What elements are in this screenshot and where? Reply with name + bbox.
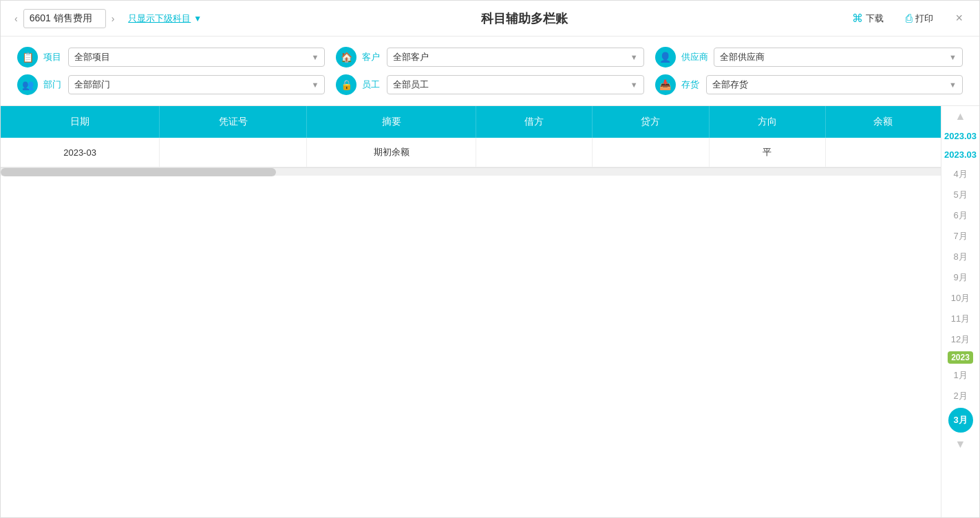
col-header-summary: 摘要 [307, 106, 476, 138]
project-icon-wrap: 📋 [17, 47, 38, 68]
table-cell [160, 138, 307, 167]
main-window: ‹ 6601 销售费用 › 只显示下级科目 ▼ 科目辅助多栏账 ⌘ 下载 ⎙ 打… [0, 0, 980, 518]
inventory-select[interactable]: 全部存货 ▼ [706, 75, 963, 94]
department-icon-wrap: 👥 [17, 74, 38, 95]
month-range-start[interactable]: 2023.03 [941, 127, 979, 145]
col-header-voucher: 凭证号 [160, 106, 307, 138]
filter-bar: 📋 项目 全部项目 ▼ 🏠 客户 全部客户 ▼ 👤 供应商 全部供 [1, 37, 979, 106]
print-icon: ⎙ [906, 12, 913, 25]
col-header-credit: 贷方 [593, 106, 709, 138]
project-icon: 📋 [22, 52, 34, 63]
month-item-9[interactable]: 9月 [941, 267, 979, 288]
employee-label: 员工 [362, 79, 381, 91]
month-range-end[interactable]: 2023.03 [941, 145, 979, 164]
account-code-display: 6601 销售费用 [23, 9, 106, 28]
employee-select[interactable]: 全部员工 ▼ [387, 75, 643, 94]
customer-select-arrow-icon: ▼ [630, 53, 638, 61]
department-select-value: 全部部门 [74, 79, 110, 91]
supplier-label: 供应商 [681, 51, 708, 63]
show-sub-toggle[interactable]: 只显示下级科目 ▼ [128, 12, 202, 25]
filter-supplier: 👤 供应商 全部供应商 ▼ [650, 43, 968, 71]
account-navigation: ‹ 6601 销售费用 › [12, 9, 117, 28]
inventory-label: 存货 [681, 79, 701, 91]
supplier-icon: 👤 [659, 52, 671, 63]
employee-icon-wrap: 🔒 [336, 74, 356, 95]
month-item-6[interactable]: 6月 [941, 205, 979, 226]
download-button[interactable]: ⌘ 下载 [846, 9, 889, 28]
month-item-1[interactable]: 1月 [941, 365, 979, 386]
month-item-12[interactable]: 12月 [941, 329, 979, 350]
table-cell [593, 138, 709, 167]
table-area[interactable]: 日期 凭证号 摘要 借方 贷方 方向 余额 2023-03期初余额平 [1, 106, 941, 517]
sidebar-down-arrow[interactable]: ▼ [941, 434, 979, 455]
customer-select[interactable]: 全部客户 ▼ [387, 48, 643, 67]
top-bar: ‹ 6601 销售费用 › 只显示下级科目 ▼ 科目辅助多栏账 ⌘ 下载 ⎙ 打… [1, 1, 979, 37]
next-account-button[interactable]: › [109, 12, 118, 25]
table-row[interactable]: 2023-03期初余额平 [1, 138, 941, 167]
table-cell: 期初余额 [307, 138, 476, 167]
print-button[interactable]: ⎙ 打印 [900, 10, 939, 28]
employee-icon: 🔒 [341, 79, 352, 90]
filter-department: 👥 部门 全部部门 ▼ [12, 71, 330, 99]
table-header-row: 日期 凭证号 摘要 借方 贷方 方向 余额 [1, 106, 941, 138]
filter-project: 📋 项目 全部项目 ▼ [12, 43, 330, 71]
table-cell [825, 138, 941, 167]
month-item-10[interactable]: 10月 [941, 288, 979, 309]
horizontal-scrollbar[interactable] [1, 167, 941, 176]
month-item-2[interactable]: 2月 [941, 386, 979, 406]
top-actions: ⌘ 下载 ⎙ 打印 × [846, 8, 968, 28]
month-item-4[interactable]: 4月 [941, 164, 979, 185]
table-cell: 2023-03 [1, 138, 160, 167]
inventory-icon: 📥 [659, 79, 671, 90]
table-cell: 平 [709, 138, 825, 167]
employee-select-arrow-icon: ▼ [630, 81, 638, 89]
project-select-value: 全部项目 [74, 51, 110, 63]
filter-employee: 🔒 员工 全部员工 ▼ [330, 71, 649, 99]
main-area: 日期 凭证号 摘要 借方 贷方 方向 余额 2023-03期初余额平 [1, 106, 979, 517]
department-select-arrow-icon: ▼ [311, 81, 319, 89]
inventory-select-value: 全部存货 [712, 79, 748, 91]
download-label: 下载 [866, 12, 884, 25]
month-item-11[interactable]: 11月 [941, 309, 979, 329]
month-sidebar-inner: ▲ 2023.03 2023.03 4月 5月 6月 7月 8月 9月 10月 … [941, 106, 979, 455]
department-label: 部门 [43, 79, 63, 91]
customer-icon-wrap: 🏠 [336, 47, 356, 68]
project-select[interactable]: 全部项目 ▼ [68, 48, 325, 67]
customer-icon: 🏠 [341, 52, 352, 63]
col-header-direction: 方向 [709, 106, 825, 138]
inventory-icon-wrap: 📥 [655, 74, 676, 95]
table-body: 2023-03期初余额平 [1, 138, 941, 167]
department-select[interactable]: 全部部门 ▼ [68, 75, 325, 94]
print-label: 打印 [915, 12, 933, 25]
col-header-date: 日期 [1, 106, 160, 138]
horizontal-scrollbar-thumb[interactable] [1, 168, 276, 176]
prev-account-button[interactable]: ‹ [12, 12, 21, 25]
supplier-select-arrow-icon: ▼ [949, 53, 957, 61]
table-cell [476, 138, 593, 167]
supplier-icon-wrap: 👤 [655, 47, 676, 68]
close-button[interactable]: × [950, 8, 968, 28]
filter-inventory: 📥 存货 全部存货 ▼ [650, 71, 968, 99]
show-sub-arrow-icon: ▼ [193, 14, 202, 23]
show-sub-label: 只显示下级科目 [128, 12, 191, 25]
month-sidebar: ▲ 2023.03 2023.03 4月 5月 6月 7月 8月 9月 10月 … [941, 106, 979, 517]
month-item-7[interactable]: 7月 [941, 226, 979, 247]
sidebar-up-arrow[interactable]: ▲ [941, 106, 979, 127]
supplier-select[interactable]: 全部供应商 ▼ [714, 48, 963, 67]
employee-select-value: 全部员工 [393, 79, 429, 91]
customer-select-value: 全部客户 [393, 51, 429, 63]
download-icon: ⌘ [852, 12, 863, 25]
department-icon: 👥 [22, 79, 34, 90]
month-item-8[interactable]: 8月 [941, 247, 979, 267]
supplier-select-value: 全部供应商 [720, 51, 765, 63]
inventory-select-arrow-icon: ▼ [949, 81, 957, 89]
col-header-balance: 余额 [825, 106, 941, 138]
month-item-5[interactable]: 5月 [941, 185, 979, 205]
customer-label: 客户 [362, 51, 381, 63]
data-table: 日期 凭证号 摘要 借方 贷方 方向 余额 2023-03期初余额平 [1, 106, 941, 167]
table-header: 日期 凭证号 摘要 借方 贷方 方向 余额 [1, 106, 941, 138]
month-item-3-active[interactable]: 3月 [948, 408, 973, 433]
project-label: 项目 [43, 51, 63, 63]
filter-customer: 🏠 客户 全部客户 ▼ [330, 43, 649, 71]
year-badge-2023[interactable]: 2023 [948, 351, 973, 364]
